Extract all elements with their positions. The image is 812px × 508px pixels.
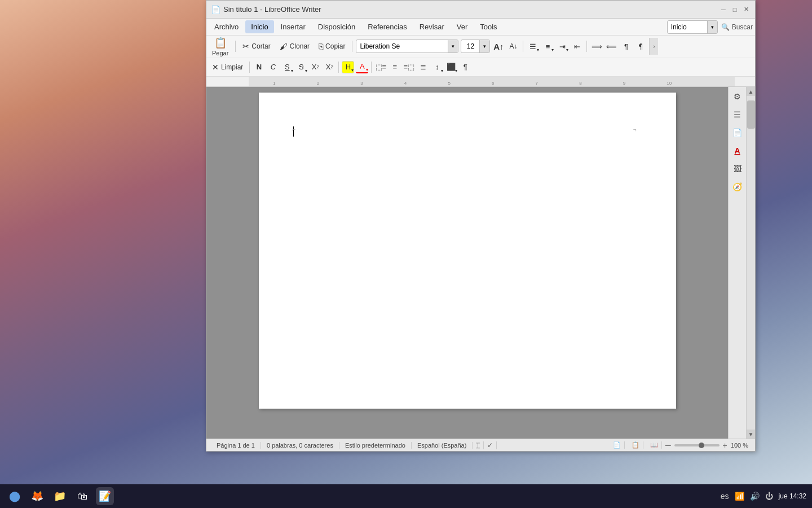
font-size-input[interactable]: 12 <box>461 42 479 50</box>
content-area: ⌐ ¬ ⚙ ☰ 📄 A 🖼 🧭 ▲ ▼ <box>206 87 755 439</box>
ltr-text-button[interactable]: ⟹ <box>590 40 603 52</box>
taskbar-clock: jue 14:32 <box>779 492 806 500</box>
align-left-button[interactable]: ⬚≡ <box>374 61 387 73</box>
superscript-button[interactable]: X2 <box>323 61 336 73</box>
single-page-view-button[interactable]: 📄 <box>610 441 625 449</box>
book-view-button[interactable]: 📖 <box>647 441 662 449</box>
taskbar-firefox[interactable]: 🦊 <box>28 487 46 505</box>
zoom-level: 100 % <box>731 442 748 449</box>
selection-mode-button[interactable]: ⌶ <box>473 441 484 449</box>
ruler: 1 2 3 4 5 6 7 8 9 10 <box>206 77 755 87</box>
menu-item-revisar[interactable]: Revisar <box>414 20 450 33</box>
font-dropdown-button[interactable]: ▾ <box>448 40 458 52</box>
menu-item-insertar[interactable]: Insertar <box>275 20 311 33</box>
indent-less-button[interactable]: ⇤ <box>571 40 583 52</box>
justify-button[interactable]: ≣ <box>417 61 429 73</box>
increase-font-size-button[interactable]: A↑ <box>492 40 505 52</box>
separator4 <box>586 41 587 52</box>
taskbar-zorin-menu[interactable]: ⬤ <box>6 487 24 505</box>
double-page-view-button[interactable]: 📋 <box>628 441 643 449</box>
title-left: 📄 Sin título 1 - LibreOffice Writer <box>211 5 321 14</box>
copy-icon: ⎘ <box>319 42 323 51</box>
menu-item-disposicion[interactable]: Disposición <box>312 20 361 33</box>
align-right-button[interactable]: ≡⬚ <box>403 61 415 73</box>
taskbar-files[interactable]: 📁 <box>51 487 69 505</box>
formatting-marks-button[interactable]: ¶̈ <box>634 40 647 52</box>
zoom-slider[interactable] <box>674 444 720 446</box>
cut-button[interactable]: ✂ Cortar <box>239 40 273 52</box>
rtl-text-button[interactable]: ⟸ <box>605 40 617 52</box>
zoom-in-button[interactable]: + <box>723 441 727 450</box>
font-selector[interactable]: Liberation Se ▾ <box>356 40 458 53</box>
font-name-input[interactable]: Liberation Se <box>356 42 448 50</box>
menu-item-tools[interactable]: Tools <box>474 20 502 33</box>
zoom-slider-thumb[interactable] <box>699 443 704 448</box>
scrollbar[interactable]: ▲ ▼ <box>746 87 755 439</box>
navigator-sidebar-button[interactable]: 🧭 <box>730 179 745 194</box>
clear-button[interactable]: ✕ Limpiar <box>209 61 246 73</box>
cut-icon: ✂ <box>242 42 249 51</box>
styles-sidebar-button[interactable]: ☰ <box>730 107 745 122</box>
minimize-button[interactable]: ─ <box>719 5 728 14</box>
font-color-sidebar-button[interactable]: A <box>730 143 745 158</box>
unordered-list-button[interactable]: ☰ <box>527 40 539 52</box>
properties-sidebar-button[interactable]: ⚙ <box>730 89 745 104</box>
scrollbar-up-button[interactable]: ▲ <box>747 87 755 96</box>
copy-label: Copiar <box>325 42 345 50</box>
taskbar-writer[interactable]: 📝 <box>96 487 114 505</box>
scrollbar-down-button[interactable]: ▼ <box>747 430 755 439</box>
close-button[interactable]: ✕ <box>742 5 751 14</box>
menu-item-ver[interactable]: Ver <box>451 20 474 33</box>
menu-item-archivo[interactable]: Archivo <box>209 20 244 33</box>
taskbar-network-icon[interactable]: 📶 <box>735 492 744 501</box>
font-size-selector[interactable]: 12 ▾ <box>461 40 490 53</box>
paragraph-button[interactable]: ¶ <box>459 61 471 73</box>
menu-item-inicio[interactable]: Inicio <box>245 20 273 33</box>
italic-button[interactable]: C <box>267 61 279 73</box>
clone-icon: 🖌 <box>280 42 288 51</box>
align-center-button[interactable]: ≡ <box>389 61 401 73</box>
taskbar-software[interactable]: 🛍 <box>73 487 91 505</box>
paragraph-bg-button[interactable]: ⬛ <box>445 61 457 73</box>
subscript-button[interactable]: X2 <box>309 61 321 73</box>
search-label[interactable]: Buscar <box>732 23 753 31</box>
font-size-dropdown-button[interactable]: ▾ <box>479 40 489 52</box>
paragraph-mark-button[interactable]: ¶ <box>620 40 632 52</box>
accessibility-check-button[interactable]: ✓ <box>484 441 497 449</box>
document-style: Estilo predeterminado <box>339 442 412 449</box>
copy-button[interactable]: ⎘ Copiar <box>315 40 348 52</box>
strikethrough-button[interactable]: S <box>295 61 307 73</box>
zoom-out-button[interactable]: ─ <box>665 441 671 450</box>
title-buttons: ─ □ ✕ <box>719 5 751 14</box>
styles-dropdown[interactable]: Inicio ▾ <box>667 20 718 34</box>
paste-button[interactable]: 📋 Pegar <box>209 36 232 58</box>
paste-icon: 📋 <box>214 37 227 49</box>
ordered-list-button[interactable]: ≡ <box>541 40 554 52</box>
cut-label: Cortar <box>251 42 270 50</box>
image-sidebar-button[interactable]: 🖼 <box>730 161 745 176</box>
highlight-color-button[interactable]: H <box>342 61 354 73</box>
taskbar-power-icon[interactable]: ⏻ <box>765 492 773 501</box>
indent-more-button[interactable]: ⇥ <box>556 40 568 52</box>
toolbar-area: 📋 Pegar ✂ Cortar 🖌 Clonar ⎘ Copiar <box>206 36 755 77</box>
maximize-button[interactable]: □ <box>730 5 739 14</box>
menu-item-referencias[interactable]: Referencias <box>362 20 412 33</box>
page-sidebar-button[interactable]: 📄 <box>730 125 745 140</box>
margin-mark-top-right: ¬ <box>633 126 637 133</box>
clear-label: Limpiar <box>221 63 243 71</box>
word-count: 0 palabras, 0 caracteres <box>261 442 339 449</box>
clone-button[interactable]: 🖌 Clonar <box>276 40 313 52</box>
decrease-font-size-button[interactable]: A↓ <box>507 40 519 52</box>
expand-toolbar-button[interactable]: › <box>649 38 658 55</box>
font-color-button[interactable]: A <box>356 61 368 73</box>
underline-button[interactable]: S <box>281 61 293 73</box>
line-spacing-button[interactable]: ↕ <box>431 61 443 73</box>
taskbar-volume-icon[interactable]: 🔊 <box>750 492 760 501</box>
right-sidebar: ⚙ ☰ 📄 A 🖼 🧭 <box>728 87 746 439</box>
document-scroll-area[interactable]: ⌐ ¬ <box>206 87 728 439</box>
bold-button[interactable]: N <box>253 61 265 73</box>
status-bar: Página 1 de 1 0 palabras, 0 caracteres E… <box>206 439 755 451</box>
document-page[interactable]: ⌐ ¬ <box>259 93 676 409</box>
styles-dropdown-button[interactable]: ▾ <box>707 21 717 33</box>
scrollbar-thumb[interactable] <box>747 100 755 129</box>
